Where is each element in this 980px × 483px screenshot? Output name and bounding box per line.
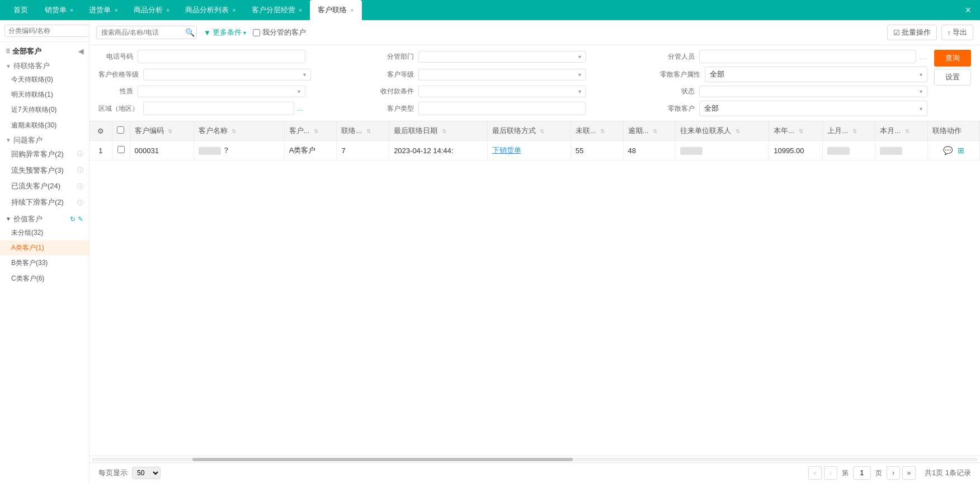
export-button[interactable]: ↑ 导出 [941, 25, 974, 40]
close-customersegment-icon[interactable]: × [299, 7, 302, 13]
sidebar-item-a-class[interactable]: A类客户(1) [0, 240, 89, 255]
all-customers-section[interactable]: ⠿ 全部客户 ◀ [0, 42, 89, 59]
lastmethod-link[interactable]: 下销货单 [492, 146, 521, 154]
filter-person-input[interactable] [699, 50, 916, 63]
cell-action[interactable]: 💬 ⊞ [927, 141, 979, 160]
zeroattr-dropdown-icon: ▾ [920, 72, 922, 78]
nav-tab-purchaseorder[interactable]: 进货单 × [81, 0, 125, 20]
filter-pricelevel-select[interactable]: ▾ [143, 69, 311, 80]
query-button[interactable]: 查询 [934, 50, 971, 67]
sidebar-item-repurchase-abnormal[interactable]: 回购异常客户(2) ⓘ [0, 146, 89, 163]
scrollbar-track[interactable] [92, 458, 978, 461]
select-all-checkbox[interactable] [117, 126, 124, 134]
sidebar-item-overdue[interactable]: 逾期未联络(30) [0, 118, 89, 133]
col-type[interactable]: 客户... ⇅ [284, 121, 337, 141]
filter-level-select[interactable]: ▾ [418, 69, 586, 80]
close-productanalysis-icon[interactable]: × [166, 7, 169, 13]
sidebar-item-c-class[interactable]: C类客户(6) [0, 271, 89, 286]
first-page-button[interactable]: « [808, 466, 822, 480]
action-chat-icon[interactable]: 💬 [943, 146, 953, 155]
settings-button[interactable]: 设置 [934, 69, 971, 86]
sidebar-group-pending[interactable]: ▼ 待联络客户 [0, 59, 89, 72]
scrollbar-thumb[interactable] [192, 458, 573, 461]
col-overdue[interactable]: 逾期... ⇅ [623, 121, 676, 141]
refresh-icon[interactable]: ↻ [70, 215, 76, 223]
nav-tab-salesorder[interactable]: 销货单 × [37, 0, 81, 20]
cell-check[interactable] [112, 141, 130, 160]
pricelevel-dropdown-icon: ▾ [303, 72, 306, 78]
close-all-tabs-button[interactable]: × [960, 4, 976, 16]
nav-tab-customercontact[interactable]: 客户联络 × [310, 0, 361, 20]
sort-lastmonth-icon: ⇅ [852, 128, 857, 134]
filter-type-input[interactable] [418, 102, 586, 115]
sidebar-item-b-class[interactable]: B类客户(33) [0, 255, 89, 271]
close-productanalysislist-icon[interactable]: × [232, 7, 235, 13]
filter-dept-select[interactable]: ▾ [418, 51, 586, 63]
sidebar-collapse-icon[interactable]: ◀ [78, 48, 83, 55]
filter-zerocustomer-select[interactable]: 全部 ▾ [699, 101, 927, 116]
col-thismonth[interactable]: 本月... ⇅ [875, 121, 928, 141]
batch-op-button[interactable]: ☑ 批量操作 [887, 25, 937, 40]
prev-page-button[interactable]: ‹ [824, 466, 837, 480]
sidebar-item-today[interactable]: 今天待联络(0) [0, 72, 89, 87]
sidebar-search-input[interactable] [4, 25, 89, 37]
sort-code-icon: ⇅ [168, 128, 172, 134]
sidebar-item-tomorrow[interactable]: 明天待联络(1) [0, 87, 89, 102]
sidebar-item-churned[interactable]: 已流失客户(24) ⓘ [0, 178, 89, 195]
filter-pricelevel-field: 客户价格等级 ▾ [98, 69, 366, 80]
my-customers-check-input[interactable] [253, 29, 260, 36]
filter-nature-select[interactable]: ▾ [138, 86, 305, 97]
name-blurred [199, 147, 221, 155]
nav-home[interactable]: 首页 [4, 5, 37, 15]
filter-payment-select[interactable]: ▾ [418, 86, 586, 97]
sidebar-item-week[interactable]: 近7天待联络(0) [0, 102, 89, 117]
col-liaison[interactable]: 往来单位联系人 ⇅ [676, 121, 769, 141]
col-action[interactable]: 联络动作 [927, 121, 979, 141]
sidebar-group-value[interactable]: ▼ 价值客户 ↻ ✎ [0, 211, 89, 225]
area-dotdot-icon[interactable]: … [294, 105, 305, 112]
nav-tab-productanalysis[interactable]: 商品分析 × [126, 0, 177, 20]
filter-zeroattr-select[interactable]: 全部 ▾ [705, 67, 927, 82]
filter-area-input[interactable] [143, 102, 294, 115]
row-checkbox[interactable] [117, 146, 125, 153]
close-salesorder-icon[interactable]: × [70, 7, 73, 13]
page-size-select[interactable]: 10 20 50 100 [132, 467, 161, 479]
nav-tab-customersegment[interactable]: 客户分层经营 × [244, 0, 310, 20]
sidebar-item-declining[interactable]: 持续下滑客户(2) ⓘ [0, 195, 89, 211]
horizontal-scrollbar[interactable] [89, 456, 980, 462]
filter-phone-input[interactable] [138, 50, 305, 63]
sidebar-group-problem[interactable]: ▼ 问题客户 [0, 133, 89, 146]
col-name[interactable]: 客户名称 ⇅ [194, 121, 284, 141]
filter-status-select[interactable]: ▾ [699, 86, 927, 97]
next-page-button[interactable]: › [887, 466, 900, 480]
filter-status-label: 状态 [660, 87, 699, 96]
my-customers-checkbox[interactable]: 我分管的客户 [253, 27, 306, 37]
cell-lastmethod[interactable]: 下销货单 [487, 141, 571, 160]
col-notcontact[interactable]: 未联... ⇅ [571, 121, 623, 141]
edit-group-icon[interactable]: ✎ [78, 215, 83, 223]
cell-lastmonth [823, 141, 875, 160]
col-contact[interactable]: 联络... ⇅ [337, 121, 389, 141]
nav-tab-productanalysislist[interactable]: 商品分析列表 × [177, 0, 243, 20]
close-purchaseorder-icon[interactable]: × [114, 7, 117, 13]
col-lastdate[interactable]: 最后联络日期 ⇅ [389, 121, 487, 141]
batch-check-icon: ☑ [893, 29, 900, 37]
action-qr-icon[interactable]: ⊞ [958, 146, 964, 155]
col-lastmethod[interactable]: 最后联络方式 ⇅ [487, 121, 571, 141]
cell-liaison [676, 141, 769, 160]
last-page-button[interactable]: » [902, 466, 916, 480]
cell-notcontact: 55 [571, 141, 623, 160]
col-code[interactable]: 客户编码 ⇅ [130, 121, 194, 141]
sidebar-item-ungroup[interactable]: 未分组(32) [0, 225, 89, 240]
query-btn-group: 查询 设置 [934, 50, 971, 86]
current-page-input[interactable] [853, 466, 871, 480]
sidebar-item-churn-warning[interactable]: 流失预警客户(3) ⓘ [0, 163, 89, 179]
col-settings[interactable]: ⚙ [89, 121, 112, 141]
filter-search-input[interactable] [101, 29, 185, 36]
col-thisyear[interactable]: 本年... ⇅ [769, 121, 823, 141]
close-customercontact-icon[interactable]: × [350, 7, 354, 13]
more-filters-button[interactable]: ▼ 更多条件 ▾ [204, 27, 246, 37]
col-lastmonth[interactable]: 上月... ⇅ [823, 121, 875, 141]
filter-search-icon[interactable]: 🔍 [185, 28, 195, 37]
person-more-icon[interactable]: … [918, 51, 927, 61]
